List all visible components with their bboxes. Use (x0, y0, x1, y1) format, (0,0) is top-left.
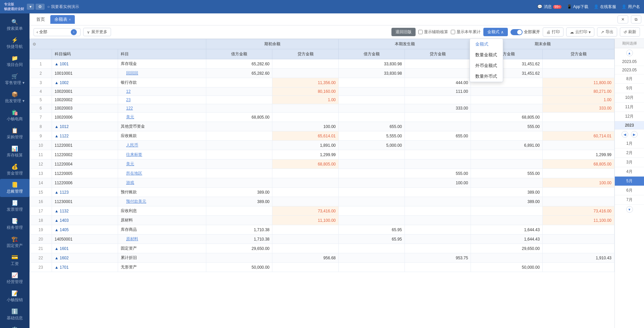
jine-dropdown-btn[interactable]: 金额式 ∧ (483, 28, 508, 36)
date-item[interactable]: 2023 (615, 121, 644, 130)
date-item[interactable]: 1月 (615, 139, 644, 148)
show-auxiliary-check[interactable]: 显示辅助核算 (418, 29, 448, 35)
search-btn[interactable]: › (71, 29, 77, 35)
table-row[interactable]: 16 11230001 预付款美元 389.00 389.00 (30, 197, 614, 206)
cloud-print-btn[interactable]: ☁ 云打印 ▾ (566, 27, 594, 37)
expand-more-btn[interactable]: ∨ 展开更多 (83, 28, 111, 36)
sidebar-item-shortcut[interactable]: ⚡ 快捷导航 (0, 34, 30, 52)
settings-btn[interactable]: ⚙ (36, 4, 45, 10)
table-row[interactable]: 8 ▲ 1012 其他货币资金 100.00 655.00 555.00 (30, 122, 614, 131)
sidebar-item-wholesale[interactable]: 📦 批发管理 ▾ (0, 88, 30, 107)
date-item[interactable]: 11月 (615, 103, 644, 112)
sidebar-item-salary[interactable]: 💳 工资 (0, 251, 30, 269)
table-row[interactable]: 7 10020006 美元 68,805.00 68,805.00 (30, 113, 614, 122)
row-name[interactable]: 预付款美元 (118, 197, 206, 206)
date-prev-btn[interactable]: ◀ (622, 131, 628, 138)
table-row[interactable]: 2 10010001 回回回 65,282.60 33,830.98 31,45… (30, 69, 614, 78)
table-row[interactable]: 18 ▲ 1403 原材料 11,100.00 11,100.00 (30, 216, 614, 225)
table-row[interactable]: 11 11220002 往来标签 1,299.99 1,299.99 (30, 150, 614, 159)
app-download-btn[interactable]: 📱 App下载 (567, 4, 588, 10)
row-name[interactable]: 人民币 (118, 141, 206, 150)
sidebar-item-invoice[interactable]: 🧾 发票管理 (0, 197, 30, 215)
table-row[interactable]: 10 11220001 人民币 1,891.00 5,000.00 6,891.… (30, 141, 614, 150)
row-name[interactable]: 往来标签 (118, 150, 206, 159)
row-name[interactable]: 游戏 (118, 178, 206, 188)
table-row[interactable]: 3 ▲ 1002 银行存款 11,356.00 444.00 11,800.00 (30, 78, 614, 87)
table-row[interactable]: 6 10020003 122 333.00 333.00 (30, 104, 614, 113)
message-btn[interactable]: 💬 消息 99+ (537, 4, 561, 10)
sidebar-item-ecommerce[interactable]: 🛍️ 小畅电商 (0, 107, 30, 125)
dropdown-item-quantity_jine[interactable]: 数量金额式 (470, 50, 503, 60)
date-item[interactable]: 12月 (615, 112, 644, 121)
table-row[interactable]: 13 11220005 所在地区 555.00 555.00 (30, 169, 614, 178)
return-btn[interactable]: 退回旧版 (391, 28, 416, 36)
sidebar-item-project[interactable]: 📁 项目合同 (0, 52, 30, 70)
date-item[interactable]: 4月 (615, 167, 644, 177)
sidebar-item-report[interactable]: 📝 小畅报销 (0, 287, 30, 306)
date-item[interactable]: 2023.05 (615, 58, 644, 66)
sidebar-item-inventory[interactable]: 📊 库存核算 (0, 143, 30, 161)
row-name[interactable]: 23 (118, 96, 206, 104)
table-row[interactable]: 22 ▲ 1602 累计折旧 956.68 953.75 1,910.43 (30, 253, 614, 263)
sidebar-item-finance[interactable]: 💰 资金管理 (0, 161, 30, 179)
sidebar-item-retail[interactable]: 🛒 零售管理 ▾ (0, 70, 30, 88)
table-row[interactable]: 9 ▲ 1122 应收账款 65,614.01 5,555.00 655.00 … (30, 131, 614, 141)
user-info[interactable]: 👤 用户名 (622, 4, 640, 10)
table-row[interactable]: 19 ▲ 1405 库存商品 1,710.38 65.95 1,644.43 (30, 225, 614, 235)
search-input[interactable] (39, 30, 69, 35)
refresh-btn[interactable]: ↺ 刷新 (620, 27, 640, 37)
print-btn[interactable]: 🖨 打印 (543, 27, 564, 37)
tab-home[interactable]: 首页 (32, 15, 49, 24)
show-annual-check[interactable]: 显示本年累计 (451, 29, 481, 35)
date-item[interactable]: 3月 (615, 158, 644, 167)
date-item[interactable]: 8月 (615, 74, 644, 84)
sidebar-item-basic[interactable]: ℹ️ 基础信息 (0, 306, 30, 324)
table-row[interactable]: 4 10020001 12 80,160.00 111.00 80,271.00 (30, 87, 614, 96)
demo-link[interactable]: ○ 我要看实例演示 (47, 4, 79, 10)
row-name[interactable]: 美元 (118, 159, 206, 169)
sidebar-item-purchase[interactable]: 📋 采购管理 (0, 125, 30, 143)
table-settings-icon[interactable]: ⚙ (33, 42, 36, 47)
date-item[interactable]: 2月 (615, 148, 644, 158)
table-row[interactable]: 1 ▲ 1001 库存现金 65,282.60 33,830.98 31,451… (30, 59, 614, 69)
sidebar-item-system[interactable]: ⚙️ 系统管理 (0, 324, 30, 328)
date-item[interactable]: 2023.05 (615, 66, 644, 74)
date-item[interactable]: 5月 (615, 177, 644, 186)
date-item[interactable]: 10月 (615, 93, 644, 103)
row-name[interactable]: 122 (118, 104, 206, 113)
table-row[interactable]: 23 ▲ 1701 无形资产 50,000.00 50,000.00 (30, 263, 614, 272)
date-down-btn[interactable]: ▼ (626, 206, 633, 213)
row-name[interactable]: 12 (118, 87, 206, 96)
table-row[interactable]: 12 11220004 美元 68,805.00 68,805.00 (30, 159, 614, 169)
dropdown-item-jine[interactable]: 金额式 (470, 39, 503, 50)
row-name[interactable]: 美元 (118, 113, 206, 122)
date-next-btn[interactable]: ▶ (631, 131, 638, 138)
expand-all-toggle[interactable]: 全部展开 (511, 29, 540, 35)
table-row[interactable]: 5 10020002 23 1.00 1.00 (30, 96, 614, 104)
table-row[interactable]: 17 ▲ 1132 应收利息 73,416.00 73,416.00 (30, 206, 614, 216)
annual-checkbox[interactable] (451, 30, 455, 34)
sidebar-item-general[interactable]: 📒 总账管理 (0, 179, 30, 197)
auxiliary-checkbox[interactable] (418, 30, 423, 34)
table-container[interactable]: ⚙ 期初余额 本期发生额 期末余额 科目编码 科目 借方金额 贷方金额 (30, 39, 614, 328)
sidebar-item-search[interactable]: 🔍 搜索菜单 (0, 16, 30, 34)
date-item[interactable]: 9月 (615, 84, 644, 93)
row-name[interactable]: 回回回 (118, 69, 206, 78)
table-row[interactable]: 20 14050001 原材料 1,710.38 65.95 1,644.43 (30, 235, 614, 244)
dropdown-item-foreign_jine[interactable]: 外币金额式 (470, 60, 503, 71)
date-item[interactable]: 6月 (615, 186, 644, 195)
tab-close-btn[interactable]: ✕ (618, 15, 628, 23)
date-up-btn[interactable]: ▲ (626, 50, 633, 56)
date-item[interactable]: 7月 (615, 195, 644, 205)
table-row[interactable]: 14 11220006 游戏 100.00 100.00 (30, 178, 614, 188)
sidebar-item-tax[interactable]: 📑 税务管理 (0, 215, 30, 233)
online-service-btn[interactable]: 👤 在线客服 (594, 4, 616, 10)
toggle-control[interactable] (511, 29, 523, 35)
table-row[interactable]: 15 ▲ 1123 预付账款 389.00 389.00 (30, 188, 614, 197)
sidebar-item-assets[interactable]: 🏗️ 固定资产 (0, 233, 30, 251)
table-row[interactable]: 21 ▲ 1601 固定资产 29,650.00 29,650.00 (30, 244, 614, 253)
row-name[interactable]: 原材料 (118, 235, 206, 244)
title-dropdown[interactable]: ▾ (27, 4, 34, 10)
tab-balance[interactable]: 余额表 × (50, 15, 75, 24)
tab-close-icon[interactable]: × (69, 17, 71, 21)
